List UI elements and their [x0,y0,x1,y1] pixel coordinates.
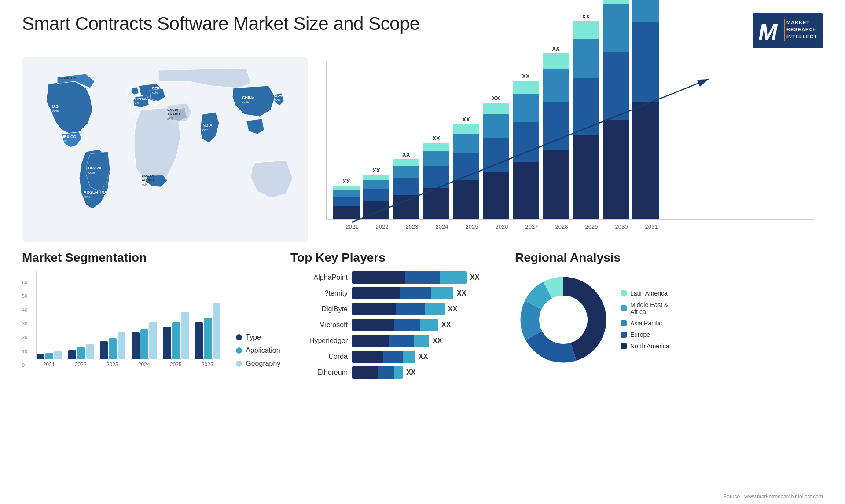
svg-rect-5 [784,19,785,41]
svg-point-46 [539,296,588,344]
dot-north-america [621,343,627,349]
svg-text:SPAIN: SPAIN [132,106,143,110]
bar-2024: XX [423,135,449,219]
legend-geography-dot [236,361,242,367]
header: Smart Contracts Software Market Size and… [22,13,823,48]
svg-text:GERMANY: GERMANY [152,86,170,90]
svg-text:xx%: xx% [84,195,90,199]
svg-text:AFRICA: AFRICA [142,178,155,182]
dot-middle-east [621,305,627,311]
svg-text:U.K.: U.K. [127,86,134,90]
dot-asia-pacific [621,320,627,326]
player-name-eternity: ?ternity [290,289,348,297]
player-bar-digibyte: XX [352,303,457,315]
page-title: Smart Contracts Software Market Size and… [22,13,420,34]
player-row-ethereum: Ethereum XX [290,366,502,379]
legend-middle-east: Middle East &Africa [621,301,669,315]
seg-bars-container [36,271,220,359]
svg-text:SOUTH: SOUTH [142,174,154,178]
bar-2028: XX [543,45,569,219]
seg-group-2021 [37,351,62,359]
regional-title: Regional Analysis [515,251,823,265]
player-name-alphapoint: AlphaPoint [290,274,348,281]
svg-text:xx%: xx% [59,80,66,84]
map-section: CANADA xx% U.S. xx% MEXICO xx% BRAZIL xx… [22,57,308,242]
player-bar-eternity: XX [352,287,466,299]
player-row-alphapoint: AlphaPoint XX [290,271,502,284]
label-middle-east: Middle East &Africa [630,301,668,315]
svg-text:xx%: xx% [127,91,132,94]
seg-group-2024 [132,322,157,359]
world-map-svg: CANADA xx% U.S. xx% MEXICO xx% BRAZIL xx… [22,57,308,242]
legend-application-dot [236,347,242,354]
seg-group-2026 [195,303,220,359]
y-axis: 0 10 20 30 40 50 60 [22,280,27,368]
segmentation-content: 0 10 20 30 40 50 60 [22,271,277,368]
svg-text:SAUDI: SAUDI [167,108,178,112]
label-latin-america: Latin America [630,290,668,297]
legend-europe: Europe [621,331,669,338]
player-bar-hyperledger: XX [352,335,442,347]
player-bars-container: AlphaPoint XX ?ternity [290,271,502,379]
bar-2025: XX [453,116,479,219]
player-bar-corda: XX [352,351,428,363]
svg-text:MEXICO: MEXICO [61,135,77,139]
legend-type-dot [236,334,242,340]
player-row-corda: Corda XX [290,351,502,363]
legend-type: Type [236,333,280,341]
svg-text:RESEARCH: RESEARCH [786,27,817,32]
svg-text:CANADA: CANADA [59,76,77,80]
svg-text:xx%: xx% [242,100,249,104]
bar-2026: XX [483,95,509,219]
player-name-hyperledger: Hyperledger [290,337,348,345]
svg-text:xx%: xx% [133,102,139,105]
segmentation-title: Market Segmentation [22,251,277,265]
logo-svg: M MARKET RESEARCH INTELLECT [755,15,821,47]
legend-latin-america: Latin America [621,290,669,297]
svg-text:xx%: xx% [132,111,138,114]
market-segmentation-section: Market Segmentation 0 10 20 30 40 50 60 [22,251,277,379]
player-bar-ethereum: XX [352,366,415,379]
bar-label-2021: XX [342,178,350,185]
page-container: Smart Contracts Software Market Size and… [0,0,845,504]
svg-text:xx%: xx% [167,117,173,120]
svg-text:BRAZIL: BRAZIL [88,166,103,170]
bottom-row: Market Segmentation 0 10 20 30 40 50 60 [22,251,823,379]
player-row-eternity: ?ternity XX [290,287,502,299]
bar-2029: XX [573,13,599,219]
dot-europe [621,332,627,338]
svg-text:xx%: xx% [88,171,95,175]
bar-2022: XX [363,167,389,219]
label-asia-pacific: Asia Pacific [630,320,662,327]
label-north-america: North America [630,343,669,350]
player-bar-microsoft: XX [352,319,451,331]
svg-text:xx%: xx% [152,91,158,94]
logo-area: M MARKET RESEARCH INTELLECT [753,13,823,48]
legend-asia-pacific: Asia Pacific [621,320,669,327]
player-name-digibyte: DigiByte [290,305,348,313]
bar-chart-section: XX XX [321,57,823,242]
bar-2030: XX [603,0,629,219]
svg-text:xx%: xx% [274,99,280,102]
svg-text:U.S.: U.S. [52,104,60,109]
legend-application: Application [236,347,280,354]
player-name-corda: Corda [290,353,348,361]
logo-box: M MARKET RESEARCH INTELLECT [753,13,823,48]
seg-x-labels: 2021 2022 2023 2024 2025 2026 [36,362,220,368]
bar-2023: XX [393,151,419,219]
svg-text:CHINA: CHINA [242,95,255,100]
legend-geography-label: Geography [246,360,280,368]
key-players-title: Top Key Players [290,251,502,265]
legend-application-label: Application [246,347,280,354]
player-bar-alphapoint: XX [352,271,479,284]
top-row: CANADA xx% U.S. xx% MEXICO xx% BRAZIL xx… [22,57,823,242]
bar-chart-inner: XX XX [326,62,814,220]
bar-chart-wrapper: XX XX [326,62,814,237]
regional-legend: Latin America Middle East &Africa Asia P… [621,290,669,350]
svg-text:ITALY: ITALY [150,102,159,106]
regional-analysis-section: Regional Analysis [515,251,823,379]
svg-text:xx%: xx% [52,109,59,113]
segmentation-legend: Type Application Geography [236,333,280,368]
player-name-ethereum: Ethereum [290,369,348,376]
svg-text:ARGENTINA: ARGENTINA [84,190,107,194]
